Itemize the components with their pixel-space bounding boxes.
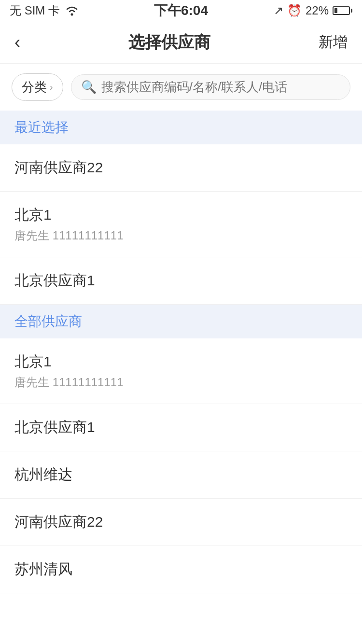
all-list: 北京1唐先生 11111111111北京供应商1杭州维达河南供应商22苏州清风: [0, 338, 362, 593]
search-icon: 🔍: [81, 80, 97, 95]
page-title: 选择供应商: [128, 31, 210, 54]
item-sub: 唐先生 11111111111: [14, 375, 348, 390]
all-section-label: 全部供应商: [14, 314, 82, 329]
list-item[interactable]: 杭州维达: [0, 451, 362, 499]
svg-point-0: [71, 14, 73, 16]
location-icon: ↗: [274, 4, 283, 17]
recent-section-label: 最近选择: [14, 120, 69, 135]
category-button[interactable]: 分类 ›: [12, 73, 63, 101]
list-item[interactable]: 北京供应商1: [0, 257, 362, 305]
add-button[interactable]: 新增: [319, 32, 348, 52]
battery-icon: [333, 6, 352, 15]
item-name: 河南供应商22: [14, 158, 348, 178]
wifi-icon: [65, 5, 79, 16]
status-right: ↗ ⏰ 22%: [274, 4, 352, 17]
no-sim-text: 无 SIM 卡: [10, 3, 60, 18]
search-box[interactable]: 🔍: [71, 74, 350, 100]
recent-list: 河南供应商22北京1唐先生 11111111111北京供应商1: [0, 144, 362, 305]
status-bar: 无 SIM 卡 下午6:04 ↗ ⏰ 22%: [0, 0, 362, 21]
recent-section-header: 最近选择: [0, 111, 362, 144]
item-sub: 唐先生 11111111111: [14, 228, 348, 243]
search-input[interactable]: [101, 80, 340, 95]
list-item[interactable]: 北京1唐先生 11111111111: [0, 338, 362, 404]
chevron-right-icon: ›: [50, 82, 53, 93]
list-item[interactable]: 北京供应商1: [0, 404, 362, 451]
item-name: 北京1: [14, 352, 348, 372]
item-name: 河南供应商22: [14, 512, 348, 532]
all-section-header: 全部供应商: [0, 305, 362, 338]
filter-bar: 分类 › 🔍: [0, 64, 362, 111]
list-item[interactable]: 苏州清风: [0, 546, 362, 593]
status-time: 下午6:04: [154, 1, 208, 20]
item-name: 北京供应商1: [14, 271, 348, 291]
item-name: 杭州维达: [14, 465, 348, 485]
list-item[interactable]: 北京1唐先生 11111111111: [0, 192, 362, 257]
list-item[interactable]: 河南供应商22: [0, 499, 362, 546]
status-left: 无 SIM 卡: [10, 3, 79, 18]
alarm-icon: ⏰: [287, 4, 302, 17]
category-label: 分类: [22, 79, 47, 96]
item-name: 苏州清风: [14, 560, 348, 579]
nav-bar: ‹ 选择供应商 新增: [0, 21, 362, 64]
list-item[interactable]: 河南供应商22: [0, 144, 362, 192]
item-name: 北京供应商1: [14, 418, 348, 437]
back-button[interactable]: ‹: [14, 32, 20, 53]
battery-percent: 22%: [306, 4, 329, 17]
item-name: 北京1: [14, 205, 348, 225]
